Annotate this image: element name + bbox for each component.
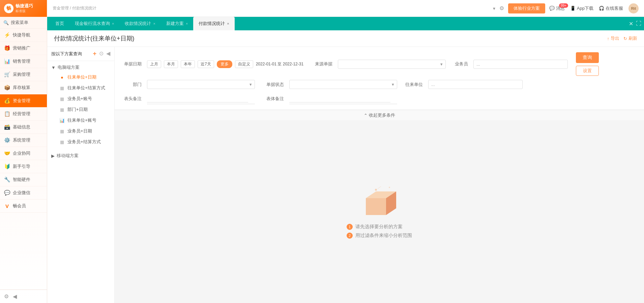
counterpart-label: 往来单位 <box>403 82 423 88</box>
dept-select[interactable]: ▾ <box>147 80 255 89</box>
date-shortcuts: 上月 本月 本年 近7天 更多 自定义 2022-01-01 至 2022-12… <box>147 60 303 68</box>
expand-icon[interactable]: ⛶ <box>636 21 641 27</box>
user-avatar[interactable]: Rit <box>628 3 639 13</box>
staff-select[interactable]: ... <box>473 60 568 69</box>
export-button[interactable]: ↑ 导出 <box>607 35 620 41</box>
sidebar-item-sales[interactable]: 📊 销售管理 <box>0 55 47 68</box>
basic-icon: 🗃️ <box>4 124 10 130</box>
svg-point-4 <box>389 187 390 188</box>
schema-item-staff-account[interactable]: ▦ 业务员+账号 <box>51 93 110 104</box>
body-note-label: 表体备注 <box>260 96 284 102</box>
main-area: 资金管理 / 付款情况统计 ▾ ⚙ 体验行业方案 💬 消息 99+ 📱 App下… <box>47 0 644 303</box>
marketing-icon: 🎁 <box>4 45 10 51</box>
left-panel: 按以下方案查询 + ⊙ ◀ ▼ 电脑端方案 ● 往来单位+日期 <box>47 47 115 303</box>
schema-item-unit-settle[interactable]: ▦ 往来单位+结算方式 <box>51 83 110 93</box>
tab-cash-flow[interactable]: 现金银行流水查询 × <box>69 17 119 30</box>
sidebar-item-enterprise[interactable]: 🤝 企业协同 <box>0 147 47 160</box>
staff-label: 业务员 <box>451 61 468 67</box>
unit-account-icon: 📊 <box>59 118 65 123</box>
guide-icon: 🔰 <box>4 163 10 170</box>
topbar-dropdown-icon[interactable]: ▾ <box>493 6 495 11</box>
desktop-group-title[interactable]: ▼ 电脑端方案 <box>51 63 110 72</box>
collapse-filter-button[interactable]: ⌃ 收起更多条件 <box>115 110 644 120</box>
query-button[interactable]: 查询 <box>576 52 599 63</box>
mobile-group-title[interactable]: ▶ 移动端方案 <box>51 151 110 160</box>
close-cash-flow-icon[interactable]: × <box>112 22 114 26</box>
sidebar-item-system[interactable]: ⚙️ 系统管理 <box>0 134 47 147</box>
status-label: 单据状态 <box>260 82 284 88</box>
sidebar-item-inventory[interactable]: 📦 库存核算 <box>0 81 47 94</box>
sidebar-item-quick-nav[interactable]: ⚡ 快捷导航 <box>0 29 47 42</box>
date-this-month[interactable]: 本月 <box>164 60 178 68</box>
panel-collapse-icon[interactable]: ◀ <box>106 50 110 57</box>
close-all-tabs-icon[interactable]: ✕ <box>629 21 633 27</box>
tab-payment-stats[interactable]: 付款情况统计 × <box>193 17 234 30</box>
body-note-input[interactable] <box>289 94 390 102</box>
schema-item-dept-date[interactable]: ▦ 部门+日期 <box>51 104 110 115</box>
empty-illustration <box>359 185 400 218</box>
refresh-button[interactable]: ↻ 刷新 <box>623 35 637 41</box>
content-area: 付款情况统计(往来单位+日期) ↑ 导出 ↻ 刷新 按以下方案查询 + <box>47 30 644 303</box>
sidebar-item-marketing[interactable]: 🎁 营销推广 <box>0 42 47 55</box>
sidebar-item-guide[interactable]: 🔰 新手引导 <box>0 160 47 173</box>
weixin-icon: 💬 <box>4 190 10 196</box>
counterpart-select[interactable]: ... <box>428 80 523 89</box>
bottom-settings-icon[interactable]: ⚙ <box>4 293 9 300</box>
sidebar-collapse-icon[interactable]: ◀ <box>13 293 17 300</box>
schema-item-staff-date[interactable]: ▦ 业务员+日期 <box>51 126 110 137</box>
unit-settle-icon: ▦ <box>59 85 65 91</box>
mobile-schema-group: ▶ 移动端方案 <box>47 149 114 162</box>
date-more[interactable]: 更多 <box>217 60 232 68</box>
sidebar-item-basic[interactable]: 🗃️ 基础信息 <box>0 121 47 134</box>
sidebar-item-purchase[interactable]: 🛒 采购管理 <box>0 68 47 81</box>
dept-label: 部门 <box>121 82 142 88</box>
dept-dropdown-icon: ▾ <box>250 82 252 87</box>
trial-button[interactable]: 体验行业方案 <box>508 3 545 13</box>
filter-row-2: 部门 ▾ 单据状态 ▾ 往来单位 ... <box>121 80 637 89</box>
date-last-7days[interactable]: 近7天 <box>198 60 214 68</box>
tab-receipt-stats[interactable]: 收款情况统计 × <box>119 17 160 30</box>
source-select[interactable]: ▾ <box>338 60 446 69</box>
date-label: 单据日期 <box>121 61 142 67</box>
topbar: 资金管理 / 付款情况统计 ▾ ⚙ 体验行业方案 💬 消息 99+ 📱 App下… <box>47 0 644 17</box>
collapse-icon: ⌃ <box>364 113 368 118</box>
sidebar-item-finance[interactable]: 💰 资金管理 <box>0 94 47 108</box>
header-note-input[interactable] <box>147 94 248 102</box>
schema-item-staff-settle[interactable]: ▦ 业务员+结算方式 <box>51 137 110 147</box>
filter-area: 单据日期 上月 本月 本年 近7天 更多 自定义 2022-01-01 至 20… <box>115 47 644 110</box>
tab-new-plan[interactable]: 新建方案 × <box>161 17 193 30</box>
sidebar-item-member[interactable]: V 畅会员 <box>0 200 47 213</box>
svg-point-3 <box>375 189 377 191</box>
source-label: 来源单据 <box>309 61 332 67</box>
sidebar-item-weixin[interactable]: 💬 企业微信 <box>0 186 47 200</box>
date-custom[interactable]: 自定义 <box>235 60 253 68</box>
tab-home[interactable]: 首页 <box>50 17 69 30</box>
online-service-button[interactable]: 🎧 在线客服 <box>599 5 623 11</box>
sidebar-item-hardware[interactable]: 🔧 智能硬件 <box>0 173 47 186</box>
filter-settings-button[interactable]: 设置 <box>576 66 599 76</box>
staff-settle-icon: ▦ <box>59 139 65 145</box>
sidebar-item-operations[interactable]: 📋 经营管理 <box>0 108 47 121</box>
schema-item-unit-date[interactable]: ● 往来单位+日期 <box>51 72 110 83</box>
status-select[interactable]: ▾ <box>289 80 397 89</box>
system-icon: ⚙️ <box>4 137 10 143</box>
close-receipt-stats-icon[interactable]: × <box>153 22 155 26</box>
date-this-year[interactable]: 本年 <box>181 60 195 68</box>
status-dropdown-icon: ▾ <box>392 82 394 87</box>
refresh-icon: ↻ <box>623 36 627 41</box>
close-payment-stats-icon[interactable]: × <box>227 22 229 26</box>
app-download-button[interactable]: 📱 App下载 <box>570 5 593 11</box>
schema-item-unit-account[interactable]: 📊 往来单位+账号 <box>51 115 110 126</box>
sidebar-bottom: ⚙ ◀ <box>0 290 47 303</box>
topbar-settings-icon[interactable]: ⚙ <box>499 5 504 11</box>
close-new-plan-icon[interactable]: × <box>186 22 188 26</box>
left-panel-actions: + ⊙ ◀ <box>93 50 110 57</box>
search-icon: 🔍 <box>3 20 9 25</box>
add-schema-icon[interactable]: + <box>93 50 96 57</box>
date-last-month[interactable]: 上月 <box>147 60 161 68</box>
message-button[interactable]: 💬 消息 99+ <box>549 5 565 11</box>
tabbar: 首页 现金银行流水查询 × 收款情况统计 × 新建方案 × 付款情况统计 × ✕… <box>47 17 644 30</box>
right-panel: 单据日期 上月 本月 本年 近7天 更多 自定义 2022-01-01 至 20… <box>115 47 644 303</box>
search-menu[interactable]: 🔍 搜索菜单 <box>0 17 47 29</box>
schema-settings-icon[interactable]: ⊙ <box>99 50 104 57</box>
